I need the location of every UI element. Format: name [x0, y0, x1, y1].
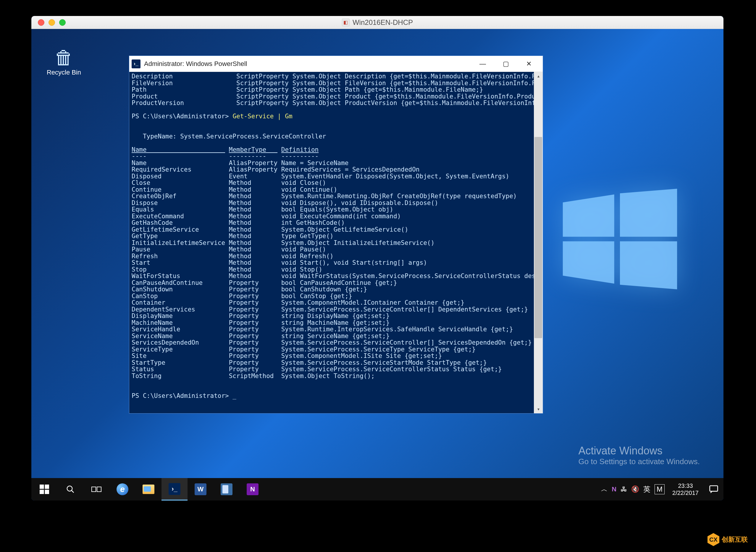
svg-rect-7 — [45, 490, 49, 494]
activate-title: Activate Windows — [579, 445, 700, 457]
taskbar[interactable]: ›_ W N ︿ N 🖧 🔇 英 M 23:33 2/22/2017 — [31, 478, 724, 501]
vm-title: Win2016EN-DHCP — [352, 18, 413, 27]
taskbar-onenote[interactable]: N — [240, 478, 266, 501]
powershell-window[interactable]: ›_ Administrator: Windows PowerShell — ▢… — [129, 55, 543, 414]
mac-minimize-button[interactable] — [48, 19, 55, 26]
recycle-bin-label: Recycle Bin — [46, 68, 82, 76]
svg-marker-2 — [563, 241, 614, 284]
svg-marker-3 — [620, 241, 677, 289]
vm-window: ◧ Win2016EN-DHCP 🗑 Recycle Bin Activate … — [31, 16, 724, 501]
powershell-task-icon: ›_ — [169, 483, 180, 495]
watermark-badge: CX — [708, 533, 719, 546]
scroll-down-button[interactable]: ▾ — [534, 405, 543, 413]
tray-chevron-up-icon[interactable]: ︿ — [601, 485, 608, 494]
recycle-bin[interactable]: 🗑 Recycle Bin — [46, 47, 82, 76]
taskbar-clock[interactable]: 23:33 2/22/2017 — [669, 482, 702, 497]
start-button[interactable] — [31, 478, 57, 501]
activate-subtitle: Go to Settings to activate Windows. — [579, 457, 700, 466]
taskbar-explorer[interactable] — [135, 478, 161, 501]
watermark-text: 创新互联 — [722, 535, 748, 544]
taskbar-word[interactable]: W — [187, 478, 213, 501]
svg-marker-0 — [563, 194, 614, 237]
ie-icon — [117, 484, 128, 495]
word-icon: W — [195, 484, 206, 495]
ime-keyboard[interactable]: M — [654, 484, 664, 494]
ime-language[interactable]: 英 — [643, 485, 650, 494]
activate-windows-watermark: Activate Windows Go to Settings to activ… — [579, 445, 700, 466]
mac-zoom-button[interactable] — [59, 19, 66, 26]
window-minimize-button[interactable]: — — [471, 56, 494, 72]
svg-rect-5 — [45, 485, 49, 489]
svg-rect-12 — [710, 486, 718, 492]
svg-rect-11 — [97, 487, 101, 492]
mac-close-button[interactable] — [38, 19, 44, 26]
windows-desktop[interactable]: 🗑 Recycle Bin Activate Windows Go to Set… — [31, 29, 724, 478]
task-view-button[interactable] — [84, 478, 110, 501]
tray-network-icon[interactable]: 🖧 — [621, 486, 627, 493]
vm-app-icon: ◧ — [342, 19, 350, 26]
folder-icon — [143, 485, 154, 494]
search-button[interactable] — [57, 478, 84, 501]
windows-logo — [561, 189, 679, 289]
svg-point-8 — [67, 486, 72, 492]
powershell-title: Administrator: Windows PowerShell — [144, 60, 247, 68]
svg-rect-4 — [40, 485, 44, 489]
taskbar-powershell[interactable]: ›_ — [161, 478, 187, 501]
window-maximize-button[interactable]: ▢ — [494, 56, 517, 72]
image-watermark: CX 创新互联 — [708, 533, 748, 546]
svg-rect-6 — [40, 490, 44, 494]
taskbar-server-manager[interactable] — [213, 478, 240, 501]
onenote-icon: N — [247, 484, 259, 495]
svg-rect-10 — [92, 487, 96, 492]
powershell-icon: ›_ — [132, 59, 141, 68]
window-close-button[interactable]: ✕ — [517, 56, 541, 72]
scroll-thumb[interactable] — [535, 137, 542, 338]
powershell-titlebar[interactable]: ›_ Administrator: Windows PowerShell — ▢… — [129, 56, 543, 72]
action-center-button[interactable] — [706, 478, 721, 501]
svg-line-9 — [71, 491, 74, 493]
scroll-up-button[interactable]: ▴ — [534, 72, 543, 80]
scrollbar[interactable]: ▴ ▾ — [534, 72, 543, 413]
tray-onenote-icon[interactable]: N — [612, 486, 616, 493]
svg-marker-1 — [620, 189, 677, 237]
server-manager-icon — [220, 484, 233, 495]
clock-date: 2/22/2017 — [672, 489, 699, 497]
tray-volume-icon[interactable]: 🔇 — [631, 486, 639, 493]
mac-titlebar[interactable]: ◧ Win2016EN-DHCP — [31, 16, 724, 29]
powershell-terminal[interactable]: Description ScriptProperty System.Object… — [129, 72, 534, 413]
taskbar-ie[interactable] — [110, 478, 135, 501]
recycle-bin-icon: 🗑 — [46, 47, 82, 68]
clock-time: 23:33 — [672, 482, 699, 489]
